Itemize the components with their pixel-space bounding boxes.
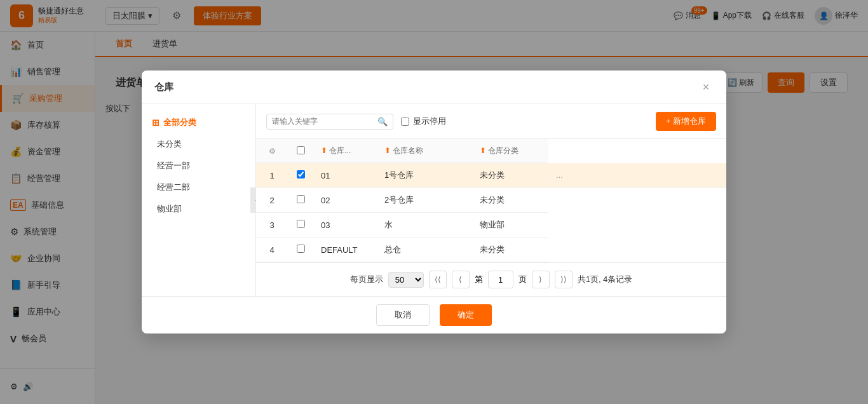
last-page-button[interactable]: ⟩⟩ <box>555 271 573 288</box>
table-row[interactable]: 2 02 2号仓库 未分类 <box>256 188 726 213</box>
row-category: 物业部 <box>472 213 548 238</box>
row-name: 2号仓库 <box>377 188 472 213</box>
table-row[interactable]: 3 03 水 物业部 <box>256 213 726 238</box>
row-index: 4 <box>256 238 288 262</box>
row-actions: ... <box>548 163 726 188</box>
th-checkbox <box>288 139 313 163</box>
modal-close-button[interactable]: × <box>698 79 714 95</box>
modal-body: ⊞ 全部分类 未分类 经营一部 经营二部 物业部 « 🔍 显示停用 <box>142 104 726 296</box>
modal-title: 仓库 <box>154 81 173 93</box>
per-page-label: 每页显示 <box>350 274 383 285</box>
th-gear: ⚙ <box>256 139 288 163</box>
row-code: 02 <box>313 188 377 213</box>
category-panel: ⊞ 全部分类 未分类 经营一部 经营二部 物业部 « <box>142 104 256 296</box>
modal-toolbar: 🔍 显示停用 + 新增仓库 <box>256 104 726 139</box>
category-item-unclassified[interactable]: 未分类 <box>142 133 255 155</box>
cancel-button[interactable]: 取消 <box>376 304 430 326</box>
collapse-icon: « <box>255 196 256 205</box>
row-code: DEFAULT <box>313 238 377 262</box>
modal-footer: 取消 确定 <box>142 296 726 333</box>
row-category: 未分类 <box>472 238 548 262</box>
row-category: 未分类 <box>472 163 548 188</box>
category-item-property[interactable]: 物业部 <box>142 198 255 220</box>
pagination: 每页显示 50 100 ⟨⟨ ⟨ 第 页 ⟩ ⟩⟩ 共1页, 4条记录 <box>256 262 726 296</box>
collapse-button[interactable]: « <box>250 187 256 213</box>
row-checkbox[interactable] <box>297 195 305 203</box>
row-name: 1号仓库 <box>377 163 472 188</box>
show-disabled-text: 显示停用 <box>413 116 446 127</box>
table-row[interactable]: 4 DEFAULT 总仓 未分类 <box>256 238 726 262</box>
category-all[interactable]: ⊞ 全部分类 <box>142 112 255 133</box>
confirm-button[interactable]: 确定 <box>440 304 492 326</box>
warehouse-table: ⚙ ⬆ 仓库... ⬆ 仓库名称 <box>256 139 726 262</box>
prev-page-button[interactable]: ⟨ <box>452 271 470 288</box>
modal-header: 仓库 × <box>142 71 726 104</box>
row-checkbox[interactable] <box>297 245 305 253</box>
show-disabled-label[interactable]: 显示停用 <box>401 116 446 127</box>
row-checkbox[interactable] <box>297 220 305 228</box>
page-input[interactable] <box>488 271 513 288</box>
sort-icon: ⬆ <box>321 146 327 155</box>
row-checkbox-cell[interactable] <box>288 163 313 188</box>
category-item-ops2[interactable]: 经营二部 <box>142 177 255 198</box>
first-page-button[interactable]: ⟨⟨ <box>429 271 447 288</box>
gear-header-icon[interactable]: ⚙ <box>269 147 276 156</box>
next-page-button[interactable]: ⟩ <box>532 271 550 288</box>
category-all-label: 全部分类 <box>163 117 196 128</box>
row-checkbox-cell[interactable] <box>288 188 313 213</box>
row-code: 03 <box>313 213 377 238</box>
row-name: 水 <box>377 213 472 238</box>
add-warehouse-button[interactable]: + 新增仓库 <box>656 112 716 131</box>
row-name: 总仓 <box>377 238 472 262</box>
row-checkbox-cell[interactable] <box>288 238 313 262</box>
search-input[interactable] <box>272 117 374 126</box>
modal-right-panel: 🔍 显示停用 + 新增仓库 ⚙ <box>256 104 726 296</box>
search-icon[interactable]: 🔍 <box>377 117 388 126</box>
table-container: ⚙ ⬆ 仓库... ⬆ 仓库名称 <box>256 139 726 262</box>
th-name: ⬆ 仓库名称 <box>377 139 472 163</box>
table-row[interactable]: 1 01 1号仓库 未分类 ... <box>256 163 726 188</box>
category-item-ops1[interactable]: 经营一部 <box>142 155 255 177</box>
search-box: 🔍 <box>266 114 393 130</box>
sort-icon2: ⬆ <box>384 146 391 155</box>
total-info: 共1页, 4条记录 <box>578 274 633 285</box>
select-all-checkbox[interactable] <box>297 146 305 154</box>
grid-icon: ⊞ <box>152 118 159 128</box>
row-index: 3 <box>256 213 288 238</box>
show-disabled-checkbox[interactable] <box>401 118 409 126</box>
page-unit: 页 <box>519 274 527 285</box>
page-size-select[interactable]: 50 100 <box>388 272 424 288</box>
th-code: ⬆ 仓库... <box>313 139 377 163</box>
warehouse-modal: 仓库 × ⊞ 全部分类 未分类 经营一部 经营二部 物业部 « 🔍 <box>142 71 726 333</box>
row-checkbox[interactable] <box>297 170 305 178</box>
row-index: 1 <box>256 163 288 188</box>
sort-icon3: ⬆ <box>480 146 486 155</box>
row-index: 2 <box>256 188 288 213</box>
page-prefix: 第 <box>475 274 483 285</box>
th-category: ⬆ 仓库分类 <box>472 139 548 163</box>
row-code: 01 <box>313 163 377 188</box>
table-body: 1 01 1号仓库 未分类 ... 2 02 2号仓库 未分类 3 03 水 物… <box>256 163 726 262</box>
row-checkbox-cell[interactable] <box>288 213 313 238</box>
row-category: 未分类 <box>472 188 548 213</box>
